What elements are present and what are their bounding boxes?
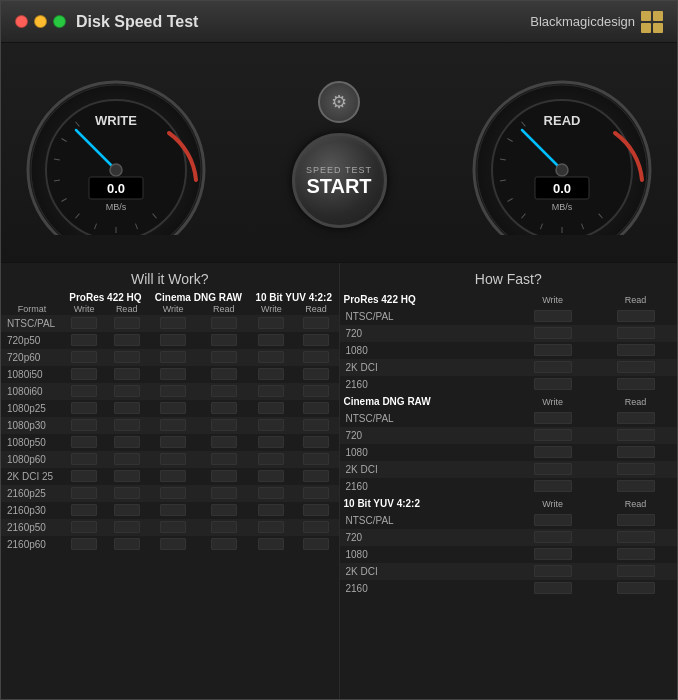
group-label-cell: 10 Bit YUV 4:2:2 bbox=[340, 495, 512, 512]
speed-cell-container bbox=[511, 580, 594, 597]
yuv-write-label: Write bbox=[249, 303, 294, 315]
cell-indicator bbox=[114, 504, 140, 516]
data-cell bbox=[105, 468, 147, 485]
data-cell bbox=[294, 502, 339, 519]
group-header-row: 10 Bit YUV 4:2:2WriteRead bbox=[340, 495, 678, 512]
data-cell bbox=[148, 417, 199, 434]
data-cell bbox=[63, 485, 105, 502]
data-cell bbox=[148, 383, 199, 400]
cell-indicator bbox=[258, 521, 284, 533]
cell-indicator bbox=[211, 385, 237, 397]
write-col-header: Write bbox=[511, 495, 594, 512]
list-item: 720 bbox=[340, 325, 678, 342]
speed-indicator bbox=[617, 565, 655, 577]
speed-indicator bbox=[617, 361, 655, 373]
speed-indicator bbox=[534, 327, 572, 339]
data-cell bbox=[63, 502, 105, 519]
data-cell bbox=[249, 502, 294, 519]
cell-indicator bbox=[160, 317, 186, 329]
speed-cell-container bbox=[594, 461, 677, 478]
cell-indicator bbox=[114, 351, 140, 363]
speed-indicator bbox=[534, 565, 572, 577]
cell-indicator bbox=[211, 538, 237, 550]
speed-cell-container bbox=[511, 529, 594, 546]
speed-cell-container bbox=[511, 342, 594, 359]
speed-cell-container bbox=[594, 580, 677, 597]
cell-indicator bbox=[160, 538, 186, 550]
cell-indicator bbox=[303, 368, 329, 380]
speed-indicator bbox=[617, 548, 655, 560]
speed-cell-container bbox=[511, 359, 594, 376]
brand-icon bbox=[641, 11, 663, 33]
cell-indicator bbox=[303, 351, 329, 363]
data-cell bbox=[249, 451, 294, 468]
data-cell bbox=[294, 332, 339, 349]
cell-indicator bbox=[258, 538, 284, 550]
app-window: Disk Speed Test Blackmagicdesign bbox=[0, 0, 678, 700]
cell-indicator bbox=[114, 368, 140, 380]
data-cell bbox=[148, 315, 199, 332]
start-button[interactable]: SPEED TEST START bbox=[292, 133, 387, 228]
minimize-button[interactable] bbox=[34, 15, 47, 28]
cell-indicator bbox=[211, 436, 237, 448]
data-cell bbox=[249, 417, 294, 434]
data-cell bbox=[148, 349, 199, 366]
cell-indicator bbox=[160, 453, 186, 465]
cell-indicator bbox=[303, 504, 329, 516]
speed-cell-container bbox=[511, 410, 594, 427]
cell-indicator bbox=[71, 538, 97, 550]
maximize-button[interactable] bbox=[53, 15, 66, 28]
table-row: 1080p30 bbox=[1, 417, 339, 434]
row-label: 720 bbox=[340, 529, 512, 546]
cell-indicator bbox=[71, 470, 97, 482]
data-cell bbox=[294, 519, 339, 536]
left-panel: Will it Work? ProRes 422 HQ Cinema DNG R… bbox=[1, 263, 340, 699]
data-cell bbox=[148, 519, 199, 536]
title-bar-left: Disk Speed Test bbox=[15, 13, 198, 31]
read-gauge-container: READ 0.0 MB/s bbox=[467, 75, 657, 235]
data-cell bbox=[294, 485, 339, 502]
how-fast-header: How Fast? bbox=[340, 263, 678, 291]
format-cell: 720p50 bbox=[1, 332, 63, 349]
speed-indicator bbox=[617, 514, 655, 526]
speed-indicator bbox=[617, 463, 655, 475]
data-cell bbox=[148, 332, 199, 349]
table-row: 2160p60 bbox=[1, 536, 339, 553]
data-cell bbox=[198, 400, 249, 417]
how-fast-table-wrapper[interactable]: ProRes 422 HQWriteReadNTSC/PAL72010802K … bbox=[340, 291, 678, 699]
cell-indicator bbox=[160, 351, 186, 363]
write-gauge: WRITE 0.0 MB/s bbox=[21, 75, 211, 235]
will-it-work-table-wrapper[interactable]: ProRes 422 HQ Cinema DNG RAW 10 Bit YUV … bbox=[1, 291, 339, 699]
cell-indicator bbox=[114, 538, 140, 550]
data-cell bbox=[198, 536, 249, 553]
how-fast-tbody: ProRes 422 HQWriteReadNTSC/PAL72010802K … bbox=[340, 291, 678, 597]
table-row: 1080i60 bbox=[1, 383, 339, 400]
row-label: 2K DCI bbox=[340, 461, 512, 478]
svg-text:0.0: 0.0 bbox=[107, 181, 125, 196]
brand-name: Blackmagicdesign bbox=[530, 14, 635, 29]
cell-indicator bbox=[160, 436, 186, 448]
group-header-row: Cinema DNG RAWWriteRead bbox=[340, 393, 678, 410]
speed-indicator bbox=[617, 378, 655, 390]
close-button[interactable] bbox=[15, 15, 28, 28]
cell-indicator bbox=[303, 521, 329, 533]
row-label: 720 bbox=[340, 427, 512, 444]
cell-indicator bbox=[211, 317, 237, 329]
data-cell bbox=[148, 468, 199, 485]
speed-indicator bbox=[534, 514, 572, 526]
how-fast-table: ProRes 422 HQWriteReadNTSC/PAL72010802K … bbox=[340, 291, 678, 597]
speed-indicator bbox=[617, 344, 655, 356]
data-cell bbox=[198, 366, 249, 383]
settings-button[interactable]: ⚙ bbox=[318, 81, 360, 123]
data-cell bbox=[105, 349, 147, 366]
cell-indicator bbox=[71, 436, 97, 448]
cell-indicator bbox=[114, 385, 140, 397]
window-controls bbox=[15, 15, 66, 28]
cell-indicator bbox=[114, 470, 140, 482]
cell-indicator bbox=[211, 504, 237, 516]
data-cell bbox=[198, 485, 249, 502]
speed-indicator bbox=[534, 582, 572, 594]
data-cell bbox=[198, 315, 249, 332]
list-item: 2K DCI bbox=[340, 563, 678, 580]
list-item: 1080 bbox=[340, 444, 678, 461]
